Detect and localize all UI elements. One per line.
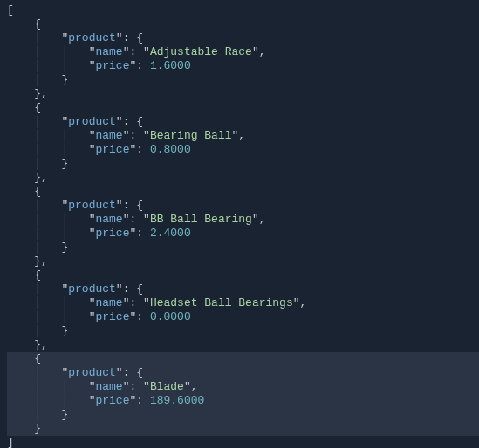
open-bracket: [ — [7, 3, 14, 17]
json-value-price: 189.6000 — [150, 394, 204, 407]
code-line[interactable]: │ } — [7, 408, 479, 422]
json-key-name: name — [95, 380, 122, 393]
code-line[interactable]: { — [7, 185, 479, 199]
code-line[interactable]: │ │ "name": "BB Ball Bearing", — [7, 213, 479, 227]
code-line[interactable]: │ │ "name": "Headset Ball Bearings", — [7, 296, 479, 310]
json-key-product: product — [68, 115, 116, 128]
code-line[interactable]: }, — [7, 338, 479, 352]
close-brace: } — [34, 422, 41, 435]
code-line[interactable]: } — [7, 422, 479, 436]
code-line[interactable]: [ — [7, 3, 479, 17]
json-value-name: BB Ball Bearing — [150, 213, 252, 226]
code-line[interactable]: │ "product": { — [7, 115, 479, 129]
code-line[interactable]: │ } — [7, 73, 479, 87]
close-brace: } — [61, 73, 68, 86]
code-line[interactable]: }, — [7, 255, 479, 268]
json-key-name: name — [95, 213, 122, 226]
code-line[interactable]: │ │ "price": 1.6000 — [7, 59, 479, 73]
json-value-name: Bearing Ball — [150, 129, 232, 142]
code-line[interactable]: │ │ "price": 189.6000 — [7, 394, 479, 408]
code-line[interactable]: │ "product": { — [7, 199, 479, 213]
json-key-name: name — [95, 129, 122, 142]
json-value-name: Adjustable Race — [150, 45, 252, 58]
code-line[interactable]: │ │ "name": "Bearing Ball", — [7, 129, 479, 143]
open-brace: { — [136, 115, 143, 128]
json-key-price: price — [95, 59, 129, 72]
json-value-price: 2.4000 — [150, 227, 191, 240]
close-brace: } — [34, 338, 41, 351]
json-value-name: Blade — [150, 380, 184, 393]
open-brace: { — [136, 366, 143, 379]
json-key-price: price — [95, 394, 129, 407]
close-brace: } — [61, 157, 68, 170]
open-brace: { — [34, 101, 41, 114]
json-key-name: name — [95, 296, 122, 309]
json-value-name: Headset Ball Bearings — [150, 296, 293, 309]
code-line[interactable]: │ │ "price": 2.4000 — [7, 227, 479, 241]
json-key-product: product — [68, 366, 116, 379]
json-value-price: 1.6000 — [150, 59, 191, 72]
code-line[interactable]: │ │ "name": "Blade", — [7, 380, 479, 394]
code-line[interactable]: { — [7, 268, 479, 282]
open-brace: { — [34, 352, 41, 365]
json-value-price: 0.0000 — [150, 310, 191, 323]
json-key-product: product — [68, 31, 116, 44]
json-key-product: product — [68, 199, 116, 212]
code-line[interactable]: { — [7, 17, 479, 31]
code-line[interactable]: │ │ "name": "Adjustable Race", — [7, 45, 479, 59]
open-brace: { — [136, 199, 143, 212]
close-brace: } — [34, 87, 41, 100]
open-brace: { — [34, 185, 41, 198]
code-line[interactable]: ] — [7, 436, 479, 448]
code-line[interactable]: │ "product": { — [7, 366, 479, 380]
json-key-product: product — [68, 282, 116, 295]
code-line[interactable]: │ } — [7, 157, 479, 171]
code-line[interactable]: │ "product": { — [7, 282, 479, 296]
close-brace: } — [61, 241, 68, 254]
json-editor[interactable]: [ { │ "product": { │ │ "name": "Adjustab… — [0, 0, 479, 448]
close-brace: } — [34, 171, 41, 184]
code-line[interactable]: │ "product": { — [7, 31, 479, 45]
code-line[interactable]: │ │ "price": 0.0000 — [7, 310, 479, 324]
close-brace: } — [61, 408, 68, 421]
close-bracket: ] — [7, 436, 14, 448]
open-brace: { — [34, 17, 41, 31]
open-brace: { — [34, 268, 41, 282]
code-line[interactable]: │ } — [7, 324, 479, 338]
code-line[interactable]: { — [7, 352, 479, 366]
json-value-price: 0.8000 — [150, 143, 191, 156]
close-brace: } — [34, 255, 41, 268]
json-key-price: price — [95, 143, 129, 156]
code-line[interactable]: │ } — [7, 241, 479, 255]
code-line[interactable]: { — [7, 101, 479, 115]
open-brace: { — [136, 282, 143, 295]
json-key-price: price — [95, 227, 129, 240]
code-line[interactable]: │ │ "price": 0.8000 — [7, 143, 479, 157]
code-line[interactable]: }, — [7, 171, 479, 185]
json-key-price: price — [95, 310, 129, 323]
open-brace: { — [136, 31, 143, 44]
json-key-name: name — [95, 45, 122, 58]
code-line[interactable]: }, — [7, 87, 479, 101]
close-brace: } — [61, 324, 68, 337]
